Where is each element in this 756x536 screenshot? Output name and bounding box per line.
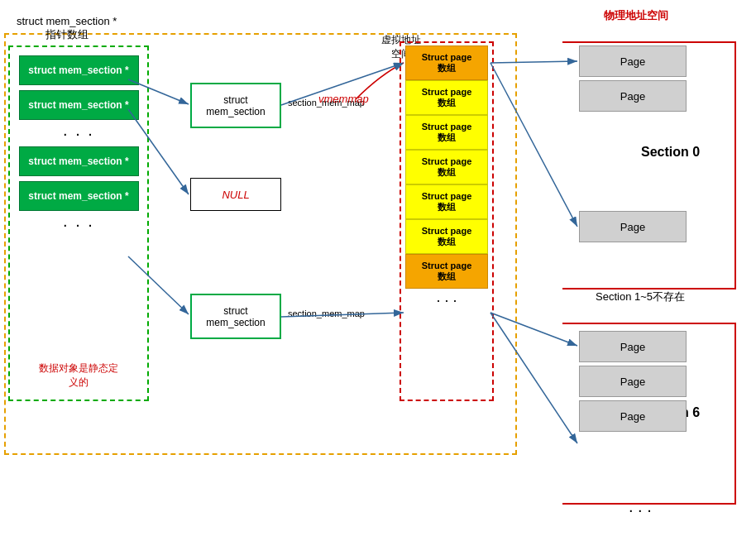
mem-section-cell-3: struct mem_section *: [19, 146, 139, 176]
section-mem-map-label-lower: section_mem_map: [288, 309, 365, 318]
pointer-array-box: struct mem_section * struct mem_section …: [8, 45, 149, 401]
section1to5-label: Section 1~5不存在: [596, 290, 685, 304]
struct-page-dots: · · ·: [405, 289, 488, 313]
section0-label: Section 0: [641, 145, 700, 160]
dots-1: · · ·: [63, 125, 94, 141]
page-group-upper: Page Page: [579, 45, 695, 115]
struct-page-column: Struct page数组 Struct page数组 Struct page数…: [405, 45, 488, 313]
mem-section-cell-4: struct mem_section *: [19, 181, 139, 211]
page-cell-5: Page: [579, 366, 687, 397]
title-line1: struct mem_section *: [17, 15, 117, 27]
title-line2: 指针数组: [17, 27, 117, 42]
struct-page-cell-5: Struct page数组: [405, 219, 488, 254]
dots-2: · · ·: [63, 216, 94, 232]
bottom-dots: · · ·: [629, 500, 652, 519]
title-area: struct mem_section * 指针数组: [17, 15, 117, 42]
vmemmap-label: vmemmap: [318, 93, 369, 105]
struct-mem-section-upper: structmem_section: [190, 83, 281, 128]
physical-space-label: 物理地址空间: [604, 8, 668, 23]
diagram-container: struct mem_section * 指针数组 struct mem_sec…: [0, 0, 756, 536]
struct-page-cell-3: Struct page数组: [405, 150, 488, 184]
struct-mem-section-lower: structmem_section: [190, 294, 281, 339]
static-label: 数据对象是静态定 义的: [39, 361, 118, 390]
mem-section-cell-2: struct mem_section *: [19, 90, 139, 120]
page-cell-3: Page: [579, 211, 687, 242]
mem-section-cell-1: struct mem_section *: [19, 55, 139, 85]
page-cell-4: Page: [579, 331, 687, 362]
struct-page-cell-0: Struct page数组: [405, 45, 488, 80]
page-cell-2: Page: [579, 80, 687, 112]
page-group-section6: Page Page Page: [579, 331, 687, 435]
struct-page-cell-6: Struct page数组: [405, 254, 488, 289]
null-box: NULL: [190, 178, 281, 211]
page-group-section0-bottom: Page: [579, 211, 687, 246]
page-cell-1: Page: [579, 45, 687, 77]
struct-page-cell-2: Struct page数组: [405, 115, 488, 150]
struct-page-cell-1: Struct page数组: [405, 80, 488, 115]
page-cell-6: Page: [579, 400, 687, 432]
struct-page-cell-4: Struct page数组: [405, 184, 488, 219]
